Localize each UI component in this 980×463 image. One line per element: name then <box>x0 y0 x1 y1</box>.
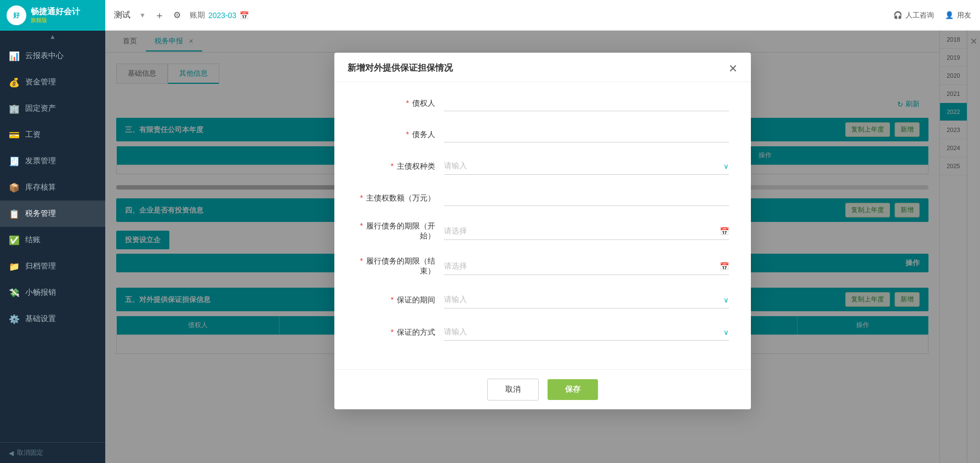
period-value: 2023-03 <box>208 11 236 20</box>
fund-mgmt-label: 资金管理 <box>25 77 56 87</box>
company-dropdown-icon[interactable]: ▼ <box>139 12 146 19</box>
settings-icon[interactable]: ⚙ <box>173 10 181 20</box>
sidebar-bottom-action[interactable]: ◀ 取消固定 <box>0 442 105 463</box>
sidebar-item-invoice-mgmt[interactable]: 🧾 发票管理 <box>0 148 105 174</box>
form-field-debtor: * 债务人 <box>356 127 729 142</box>
required-mark: * <box>391 328 394 336</box>
invoice-mgmt-label: 发票管理 <box>25 156 56 166</box>
user-button[interactable]: 👤 用友 <box>945 10 971 20</box>
sidebar-title-group: 畅捷通好会计 旗舰版 <box>31 7 80 24</box>
app-badge: 旗舰版 <box>31 16 80 24</box>
form-field-creditor: * 债权人 <box>356 95 729 111</box>
required-mark: * <box>391 295 394 304</box>
input-wrap-creditor <box>444 95 729 111</box>
required-mark: * <box>406 130 409 139</box>
select-placeholder-guarantee-method: 请输入 <box>444 327 723 337</box>
basic-settings-label: 基础设置 <box>25 314 56 324</box>
payroll-icon: 💳 <box>9 129 20 140</box>
fund-mgmt-icon: 💰 <box>9 77 20 88</box>
period-selector: 账期 2023-03 📅 <box>190 10 249 20</box>
sidebar-item-archive-mgmt[interactable]: 📁 归档管理 <box>0 253 105 279</box>
service-button[interactable]: 🎧 人工咨询 <box>893 10 934 20</box>
sidebar-item-fund-mgmt[interactable]: 💰 资金管理 <box>0 69 105 95</box>
select-placeholder-guarantee-period: 请输入 <box>444 295 723 305</box>
date-placeholder-start: 请选择 <box>444 226 720 236</box>
modal-title: 新增对外提供保证担保情况 <box>347 62 453 74</box>
unpin-label: 取消固定 <box>17 448 43 458</box>
tax-mgmt-label: 税务管理 <box>25 209 56 219</box>
modal-close-button[interactable]: ✕ <box>728 63 738 74</box>
select-placeholder-debt-type: 请输入 <box>444 161 723 171</box>
input-wrap-debt-type: 请输入 ∨ <box>444 158 729 175</box>
required-mark: * <box>360 193 363 202</box>
sidebar-header: 好 畅捷通好会计 旗舰版 <box>0 0 105 31</box>
inventory-icon: 📦 <box>9 182 20 193</box>
sidebar-item-cloud-reports[interactable]: 📊 云报表中心 <box>0 43 105 69</box>
sidebar: 好 畅捷通好会计 旗舰版 ▲ 📊 云报表中心💰 资金管理🏢 固定资产💳 工资🧾 … <box>0 0 105 463</box>
modal-footer: 取消 保存 <box>334 369 751 409</box>
modal-body: * 债权人 * 债务人 <box>334 82 751 369</box>
chevron-down-icon: ∨ <box>723 162 729 170</box>
sidebar-item-fixed-assets[interactable]: 🏢 固定资产 <box>0 95 105 122</box>
basic-settings-icon: ⚙️ <box>9 313 20 324</box>
sidebar-item-payroll[interactable]: 💳 工资 <box>0 122 105 148</box>
label-debt-amount: * 主债权数额（万元） <box>356 193 444 203</box>
form-field-guarantee-method: * 保证的方式 请输入 ∨ <box>356 324 729 341</box>
tax-mgmt-icon: 📋 <box>9 208 20 219</box>
checkout-icon: ✅ <box>9 235 20 245</box>
inventory-label: 库存核算 <box>25 182 56 192</box>
select-guarantee-period[interactable]: 请输入 ∨ <box>444 291 729 308</box>
label-guarantee-period: * 保证的期间 <box>356 295 444 305</box>
modal-header: 新增对外提供保证担保情况 ✕ <box>334 53 751 82</box>
checkout-label: 结账 <box>25 235 41 245</box>
modal-overlay: 新增对外提供保证担保情况 ✕ * 债权人 <box>105 31 939 463</box>
fixed-assets-label: 固定资产 <box>25 104 56 113</box>
page-area: 首页 税务申报 ✕ 基础信息 其他信息 <box>105 31 980 463</box>
date-picker-end[interactable]: 请选择 📅 <box>444 258 729 275</box>
headset-icon: 🎧 <box>893 11 902 19</box>
select-guarantee-method[interactable]: 请输入 ∨ <box>444 324 729 341</box>
top-bar: 测试 ▼ ＋ ⚙ 账期 2023-03 📅 🎧 人工咨询 👤 用友 <box>105 0 980 31</box>
required-mark: * <box>360 221 363 230</box>
label-guarantee-method: * 保证的方式 <box>356 328 444 338</box>
input-wrap-debtor <box>444 127 729 142</box>
label-creditor: * 债权人 <box>356 99 444 108</box>
payroll-label: 工资 <box>25 130 41 140</box>
modal-dialog: 新增对外提供保证担保情况 ✕ * 债权人 <box>334 53 751 409</box>
sidebar-item-inventory[interactable]: 📦 库存核算 <box>0 174 105 201</box>
expense-icon: 💸 <box>9 287 20 298</box>
sidebar-item-expense[interactable]: 💸 小畅报销 <box>0 279 105 306</box>
calendar-icon-start: 📅 <box>720 227 729 236</box>
form-field-debt-amount: * 主债权数额（万元） <box>356 190 729 206</box>
calendar-icon[interactable]: 📅 <box>240 11 249 20</box>
cancel-button[interactable]: 取消 <box>487 379 539 401</box>
cloud-reports-label: 云报表中心 <box>25 51 64 61</box>
form-field-debt-start: * 履行债务的期限（开始） 请选择 📅 <box>356 221 729 241</box>
sidebar-item-checkout[interactable]: ✅ 结账 <box>0 227 105 253</box>
sidebar-item-basic-settings[interactable]: ⚙️ 基础设置 <box>0 306 105 332</box>
input-debtor[interactable] <box>444 127 729 142</box>
date-picker-start[interactable]: 请选择 📅 <box>444 223 729 240</box>
required-mark: * <box>406 99 409 107</box>
input-wrap-debt-start: 请选择 📅 <box>444 223 729 240</box>
input-debt-amount[interactable] <box>444 190 729 206</box>
archive-mgmt-icon: 📁 <box>9 261 20 272</box>
invoice-mgmt-icon: 🧾 <box>9 156 20 167</box>
chevron-down-icon-2: ∨ <box>723 296 729 304</box>
sidebar-scroll-up[interactable]: ▲ <box>0 31 105 43</box>
main-content: 测试 ▼ ＋ ⚙ 账期 2023-03 📅 🎧 人工咨询 👤 用友 <box>105 0 980 463</box>
input-creditor[interactable] <box>444 95 729 111</box>
required-mark: * <box>360 256 363 265</box>
add-button-topbar[interactable]: ＋ <box>155 9 164 22</box>
label-debtor: * 债务人 <box>356 130 444 140</box>
logo-icon: 好 <box>7 5 26 25</box>
input-wrap-guarantee-method: 请输入 ∨ <box>444 324 729 341</box>
calendar-icon-end: 📅 <box>720 262 729 271</box>
required-mark: * <box>391 162 394 170</box>
save-button[interactable]: 保存 <box>548 379 598 400</box>
select-debt-type[interactable]: 请输入 ∨ <box>444 158 729 175</box>
app-title: 畅捷通好会计 <box>31 7 80 16</box>
content-panel: 首页 税务申报 ✕ 基础信息 其他信息 <box>105 31 939 463</box>
sidebar-item-tax-mgmt[interactable]: 📋 税务管理 <box>0 201 105 227</box>
unpin-icon: ◀ <box>9 449 14 457</box>
